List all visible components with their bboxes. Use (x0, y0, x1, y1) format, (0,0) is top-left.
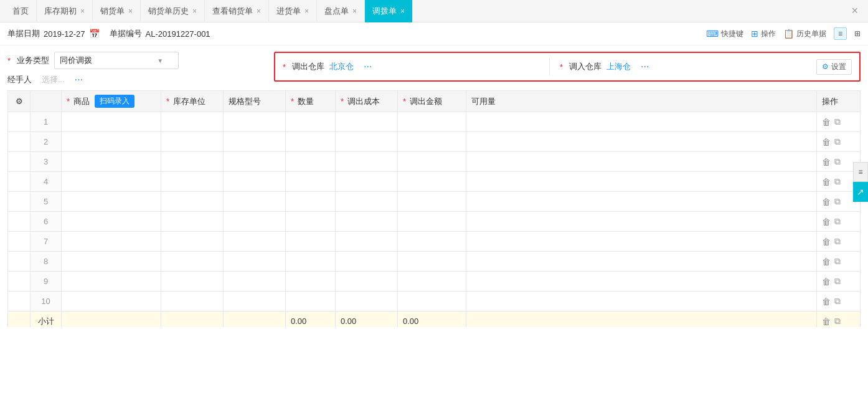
close-tab-purchase[interactable]: × (304, 7, 309, 16)
tab-transfer[interactable]: 调拨单 × (365, 0, 413, 22)
tab-stock-init[interactable]: 库存期初 × (37, 0, 93, 22)
delete-row-icon[interactable]: 🗑 (822, 177, 831, 187)
product-cell[interactable] (62, 132, 161, 152)
copy-row-icon[interactable]: ⧉ (834, 156, 841, 167)
tab-purchase[interactable]: 进货单 × (269, 0, 317, 22)
cost-cell[interactable] (336, 252, 398, 272)
close-tab-transfer[interactable]: × (400, 7, 405, 16)
shortcut-button[interactable]: ⌨ 快捷键 (706, 29, 743, 39)
qty-cell[interactable] (286, 272, 336, 292)
spec-cell[interactable] (224, 212, 286, 232)
close-tab-view-sales[interactable]: × (257, 7, 261, 16)
spec-cell[interactable] (224, 152, 286, 172)
unit-cell[interactable] (161, 132, 224, 152)
amount-cell[interactable] (398, 212, 466, 232)
close-tab-sales-order[interactable]: × (128, 7, 133, 16)
spec-cell[interactable] (224, 112, 286, 132)
qty-cell[interactable] (286, 232, 336, 252)
scan-button[interactable]: 扫码录入 (95, 95, 134, 108)
unit-cell[interactable] (161, 292, 224, 312)
copy-row-icon[interactable]: ⧉ (834, 216, 841, 227)
close-window-button[interactable]: × (846, 4, 863, 17)
person-more-button[interactable]: ··· (75, 74, 83, 85)
close-tab-stock-init[interactable]: × (80, 7, 85, 16)
unit-cell[interactable] (161, 272, 224, 292)
spec-cell[interactable] (224, 292, 286, 312)
product-cell[interactable] (62, 152, 161, 172)
copy-row-icon[interactable]: ⧉ (834, 136, 841, 147)
delete-row-icon[interactable]: 🗑 (822, 237, 831, 247)
amount-cell[interactable] (398, 272, 466, 292)
qty-cell[interactable] (286, 212, 336, 232)
qty-cell[interactable] (286, 292, 336, 312)
spec-cell[interactable] (224, 132, 286, 152)
spec-cell[interactable] (224, 172, 286, 192)
tab-home[interactable]: 首页 (5, 0, 37, 22)
person-select[interactable]: 选择... (42, 74, 65, 85)
delete-row-icon[interactable]: 🗑 (822, 157, 831, 167)
delete-row-icon[interactable]: 🗑 (822, 137, 831, 147)
qty-cell[interactable] (286, 132, 336, 152)
delete-row-icon[interactable]: 🗑 (822, 297, 831, 307)
copy-row-icon[interactable]: ⧉ (834, 196, 841, 207)
cost-cell[interactable] (336, 292, 398, 312)
operations-button[interactable]: ⊞ 操作 (751, 29, 776, 39)
delete-row-icon[interactable]: 🗑 (822, 217, 831, 227)
cost-cell[interactable] (336, 112, 398, 132)
unit-cell[interactable] (161, 172, 224, 192)
product-cell[interactable] (62, 112, 161, 132)
amount-cell[interactable] (398, 252, 466, 272)
business-type-select[interactable]: 同价调拨 ▼ (54, 52, 179, 69)
tab-inventory[interactable]: 盘点单 × (317, 0, 365, 22)
amount-cell[interactable] (398, 112, 466, 132)
view-toggle-list[interactable]: ≡ (834, 27, 847, 40)
spec-cell[interactable] (224, 232, 286, 252)
side-export-button[interactable]: ↗ (853, 182, 868, 202)
product-cell[interactable] (62, 212, 161, 232)
qty-cell[interactable] (286, 252, 336, 272)
delete-row-icon[interactable]: 🗑 (822, 197, 831, 207)
product-cell[interactable] (62, 232, 161, 252)
qty-cell[interactable] (286, 192, 336, 212)
product-cell[interactable] (62, 272, 161, 292)
unit-cell[interactable] (161, 152, 224, 172)
product-cell[interactable] (62, 172, 161, 192)
cost-cell[interactable] (336, 172, 398, 192)
amount-cell[interactable] (398, 192, 466, 212)
delete-icon[interactable]: 🗑 (822, 316, 831, 326)
amount-cell[interactable] (398, 172, 466, 192)
table-scroll-area[interactable]: ⚙ * 商品 扫码录入 * 库存单位 规格型号 (7, 90, 861, 327)
unit-cell[interactable] (161, 192, 224, 212)
in-warehouse-more-button[interactable]: ··· (641, 61, 649, 72)
out-warehouse-more-button[interactable]: ··· (364, 61, 372, 72)
spec-cell[interactable] (224, 272, 286, 292)
product-cell[interactable] (62, 252, 161, 272)
amount-cell[interactable] (398, 132, 466, 152)
product-cell[interactable] (62, 192, 161, 212)
unit-cell[interactable] (161, 112, 224, 132)
date-value[interactable]: 2019-12-27 (44, 29, 85, 39)
close-tab-sales-history[interactable]: × (192, 7, 197, 16)
out-warehouse-value[interactable]: 北京仓 (329, 61, 354, 72)
settings-button[interactable]: ⚙ 设置 (816, 59, 852, 75)
unit-cell[interactable] (161, 232, 224, 252)
unit-cell[interactable] (161, 212, 224, 232)
delete-row-icon[interactable]: 🗑 (822, 277, 831, 287)
cost-cell[interactable] (336, 192, 398, 212)
tab-view-sales[interactable]: 查看销货单 × (205, 0, 269, 22)
tab-sales-order[interactable]: 销货单 × (93, 0, 141, 22)
th-settings[interactable]: ⚙ (8, 91, 31, 112)
amount-cell[interactable] (398, 232, 466, 252)
copy-row-icon[interactable]: ⧉ (834, 256, 841, 267)
cost-cell[interactable] (336, 232, 398, 252)
product-cell[interactable] (62, 292, 161, 312)
copy-icon[interactable]: ⧉ (834, 316, 841, 326)
amount-cell[interactable] (398, 152, 466, 172)
amount-cell[interactable] (398, 292, 466, 312)
spec-cell[interactable] (224, 192, 286, 212)
copy-row-icon[interactable]: ⧉ (834, 176, 841, 187)
copy-row-icon[interactable]: ⧉ (834, 236, 841, 247)
copy-row-icon[interactable]: ⧉ (834, 296, 841, 307)
close-tab-inventory[interactable]: × (352, 7, 357, 16)
history-button[interactable]: 📋 历史单据 (783, 29, 826, 39)
